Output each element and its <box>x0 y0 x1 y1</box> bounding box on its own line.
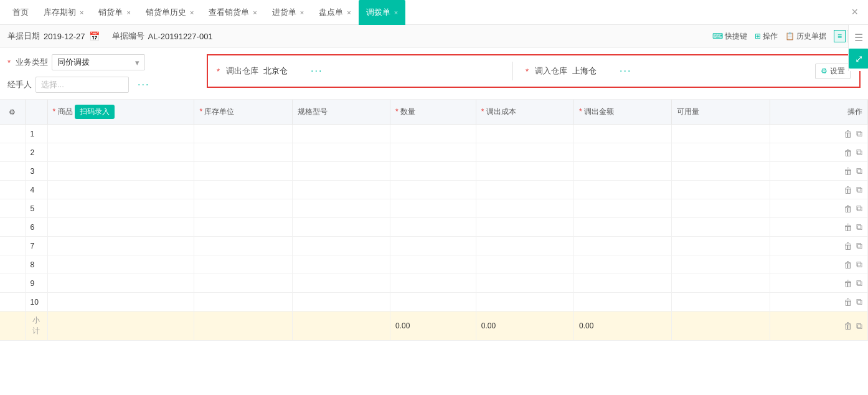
row-amount[interactable] <box>574 162 672 181</box>
row-product[interactable] <box>47 293 194 312</box>
row-qty[interactable] <box>390 274 476 293</box>
row-cost[interactable] <box>476 125 573 143</box>
row-qty[interactable] <box>390 237 476 255</box>
row-product[interactable] <box>47 199 194 218</box>
row-copy-icon[interactable]: ⧉ <box>856 259 862 270</box>
row-copy-icon[interactable]: ⧉ <box>856 166 862 176</box>
row-unit[interactable] <box>194 255 292 274</box>
row-copy-icon[interactable]: ⧉ <box>856 128 862 139</box>
row-delete-icon[interactable]: 🗑 <box>844 222 852 232</box>
row-product[interactable] <box>47 274 194 293</box>
row-qty[interactable] <box>390 181 476 199</box>
view-btn-list[interactable]: ≡ <box>834 30 846 42</box>
row-unit[interactable] <box>194 274 292 293</box>
sidebar-expand-icon[interactable]: ⤢ <box>849 49 868 69</box>
row-cost[interactable] <box>476 162 573 181</box>
row-unit[interactable] <box>194 237 292 255</box>
row-cost[interactable] <box>476 143 573 162</box>
operation-action[interactable]: ⊞ 操作 <box>755 31 778 42</box>
row-delete-icon[interactable]: 🗑 <box>844 148 852 158</box>
tab-inventory-init-close[interactable]: × <box>80 9 83 16</box>
row-qty[interactable] <box>390 125 476 143</box>
row-cost[interactable] <box>476 274 573 293</box>
history-action[interactable]: 📋 历史单据 <box>785 31 826 42</box>
tab-purchase-order[interactable]: 进货单 × <box>265 0 311 25</box>
row-unit[interactable] <box>194 218 292 237</box>
row-cost[interactable] <box>476 181 573 199</box>
row-spec[interactable] <box>292 255 390 274</box>
row-cost[interactable] <box>476 199 573 218</box>
transfer-in-more-button[interactable]: ··· <box>620 65 631 77</box>
row-unit[interactable] <box>194 181 292 199</box>
row-copy-icon[interactable]: ⧉ <box>856 240 862 251</box>
row-spec[interactable] <box>292 293 390 312</box>
scan-button[interactable]: 扫码录入 <box>75 105 115 119</box>
row-product[interactable] <box>47 218 194 237</box>
row-unit[interactable] <box>194 143 292 162</box>
shortcut-action[interactable]: ⌨ 快捷键 <box>712 31 747 42</box>
tab-view-sales[interactable]: 查看销货单 × <box>201 0 264 25</box>
settings-button[interactable]: ⚙ 设置 <box>815 64 851 79</box>
row-cost[interactable] <box>476 293 573 312</box>
row-qty[interactable] <box>390 143 476 162</box>
row-amount[interactable] <box>574 255 672 274</box>
row-unit[interactable] <box>194 125 292 143</box>
row-available[interactable] <box>672 143 770 162</box>
row-product[interactable] <box>47 125 194 143</box>
row-amount[interactable] <box>574 293 672 312</box>
handler-select[interactable]: 选择... <box>35 77 129 93</box>
row-product[interactable] <box>47 181 194 199</box>
row-amount[interactable] <box>574 199 672 218</box>
row-copy-icon[interactable]: ⧉ <box>856 278 862 288</box>
tab-purchase-order-close[interactable]: × <box>300 9 304 16</box>
tab-sales-history-close[interactable]: × <box>190 9 194 16</box>
row-spec[interactable] <box>292 125 390 143</box>
row-available[interactable] <box>672 218 770 237</box>
row-delete-icon[interactable]: 🗑 <box>844 241 852 251</box>
row-amount[interactable] <box>574 181 672 199</box>
row-amount[interactable] <box>574 125 672 143</box>
row-copy-icon[interactable]: ⧉ <box>856 222 862 232</box>
row-spec[interactable] <box>292 218 390 237</box>
row-delete-icon[interactable]: 🗑 <box>844 129 852 139</box>
row-copy-icon[interactable]: ⧉ <box>856 203 862 214</box>
calendar-icon[interactable]: 📅 <box>89 31 100 41</box>
row-qty[interactable] <box>390 218 476 237</box>
tab-inventory-check-close[interactable]: × <box>347 9 351 16</box>
row-delete-icon[interactable]: 🗑 <box>844 260 852 270</box>
row-available[interactable] <box>672 199 770 218</box>
row-delete-icon[interactable]: 🗑 <box>844 278 852 288</box>
row-available[interactable] <box>672 237 770 255</box>
row-cost[interactable] <box>476 218 573 237</box>
row-amount[interactable] <box>574 274 672 293</box>
row-unit[interactable] <box>194 293 292 312</box>
row-copy-icon[interactable]: ⧉ <box>856 297 862 307</box>
row-product[interactable] <box>47 255 194 274</box>
window-close-button[interactable]: × <box>846 6 863 19</box>
row-spec[interactable] <box>292 237 390 255</box>
row-cost[interactable] <box>476 237 573 255</box>
row-qty[interactable] <box>390 293 476 312</box>
tab-sales-order[interactable]: 销货单 × <box>91 0 138 25</box>
row-delete-icon[interactable]: 🗑 <box>844 297 852 307</box>
row-product[interactable] <box>47 237 194 255</box>
tab-inventory-init[interactable]: 库存期初 × <box>36 0 91 25</box>
row-product[interactable] <box>47 162 194 181</box>
transfer-out-more-button[interactable]: ··· <box>311 65 323 77</box>
row-copy-icon[interactable]: ⧉ <box>856 147 862 158</box>
row-delete-icon[interactable]: 🗑 <box>844 204 852 214</box>
row-amount[interactable] <box>574 143 672 162</box>
row-delete-icon[interactable]: 🗑 <box>844 185 852 195</box>
row-available[interactable] <box>672 255 770 274</box>
th-gear[interactable]: ⚙ <box>0 100 25 125</box>
subtotal-copy-icon[interactable]: ⧉ <box>856 321 862 331</box>
row-spec[interactable] <box>292 199 390 218</box>
tab-transfer-order-close[interactable]: × <box>394 9 398 16</box>
row-product[interactable] <box>47 143 194 162</box>
row-amount[interactable] <box>574 218 672 237</box>
row-spec[interactable] <box>292 274 390 293</box>
row-available[interactable] <box>672 293 770 312</box>
business-type-select[interactable]: 同价调拨 ▾ <box>52 54 145 70</box>
row-copy-icon[interactable]: ⧉ <box>856 184 862 195</box>
tab-sales-history[interactable]: 销货单历史 × <box>138 0 201 25</box>
